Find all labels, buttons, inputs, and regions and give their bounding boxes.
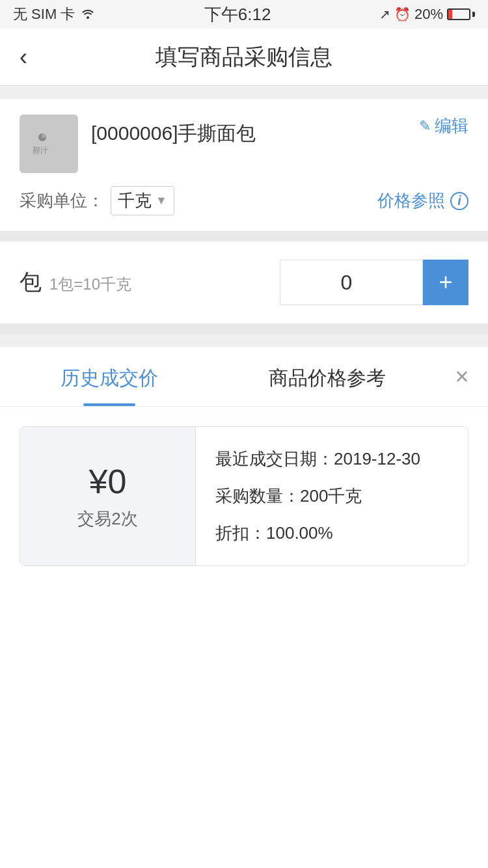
price-reference-panel: 历史成交价 商品价格参考 × ¥0 交易2次 最近成交日期：2019-12-30… (0, 347, 488, 586)
product-image: 鄯汁 (20, 115, 78, 173)
price-card-left: ¥0 交易2次 (20, 427, 196, 565)
quantity-input-group: + (280, 260, 468, 305)
price-tabs: 历史成交价 商品价格参考 × (0, 347, 488, 407)
dropdown-arrow-icon: ▼ (156, 194, 167, 208)
status-bar: 无 SIM 卡 下午6:12 ↗ ⏰ 20% (0, 0, 488, 29)
product-card: 鄯汁 [0000006]手撕面包 ✎ 编辑 采购单位： 千克 ▼ 价格参照 i (0, 99, 488, 231)
price-card: ¥0 交易2次 最近成交日期：2019-12-30 采购数量：200千克 折扣：… (20, 426, 468, 566)
price-amount: ¥0 (89, 462, 127, 501)
status-time: 下午6:12 (204, 3, 271, 26)
product-image-placeholder: 鄯汁 (29, 126, 68, 163)
bottom-area (0, 586, 488, 868)
price-ref-button[interactable]: 价格参照 i (377, 189, 468, 212)
status-right: ↗ ⏰ 20% (379, 6, 475, 23)
product-header: 鄯汁 [0000006]手撕面包 ✎ 编辑 (20, 115, 468, 173)
nav-bar: ‹ 填写商品采购信息 (0, 29, 488, 86)
location-icon: ↗ (379, 7, 390, 22)
discount-label: 折扣： (215, 523, 266, 543)
battery-icon (447, 8, 475, 20)
unit-value: 千克 (118, 189, 152, 212)
price-content: ¥0 交易2次 最近成交日期：2019-12-30 采购数量：200千克 折扣：… (0, 407, 488, 586)
trade-count: 交易2次 (77, 508, 137, 530)
tab-product-price-ref[interactable]: 商品价格参考 (218, 347, 436, 406)
price-discount-row: 折扣：100.00% (215, 521, 448, 546)
unit-label: 采购单位： 千克 ▼ (20, 186, 174, 215)
quantity-conversion: 1包=10千克 (49, 274, 131, 295)
close-panel-button[interactable]: × (436, 350, 488, 403)
tab-history-price[interactable]: 历史成交价 (0, 347, 218, 406)
battery-percent: 20% (414, 6, 443, 23)
quantity-unit-name: 包 (20, 267, 42, 297)
alarm-icon: ⏰ (394, 7, 411, 22)
qty-detail-label: 采购数量： (215, 486, 300, 506)
price-card-right: 最近成交日期：2019-12-30 采购数量：200千克 折扣：100.00% (196, 427, 468, 565)
product-left: 鄯汁 [0000006]手撕面包 (20, 115, 256, 173)
svg-text:鄯汁: 鄯汁 (33, 146, 48, 155)
section-divider (0, 231, 488, 241)
edit-button[interactable]: ✎ 编辑 (419, 115, 468, 137)
quantity-row: 包 1包=10千克 + (0, 241, 488, 323)
product-unit-row: 采购单位： 千克 ▼ 价格参照 i (20, 186, 468, 215)
date-value: 2019-12-30 (334, 449, 420, 468)
price-qty-row: 采购数量：200千克 (215, 483, 448, 509)
quantity-label: 包 1包=10千克 (20, 267, 131, 297)
unit-select[interactable]: 千克 ▼ (111, 186, 174, 215)
unit-label-text: 采购单位： (20, 189, 104, 212)
discount-value: 100.00% (266, 523, 333, 543)
wifi-icon (80, 6, 96, 23)
quantity-input[interactable] (280, 260, 423, 305)
info-icon: i (450, 192, 468, 210)
price-ref-label: 价格参照 (377, 189, 445, 212)
quantity-plus-button[interactable]: + (423, 260, 468, 305)
product-title: [0000006]手撕面包 (91, 115, 256, 149)
edit-label: 编辑 (435, 115, 468, 137)
page-title: 填写商品采购信息 (59, 42, 429, 72)
svg-point-1 (42, 134, 46, 138)
section-divider-2 (0, 323, 488, 334)
date-label: 最近成交日期： (215, 449, 334, 468)
back-button[interactable]: ‹ (20, 44, 59, 71)
qty-detail-value: 200千克 (300, 486, 362, 506)
price-date-row: 最近成交日期：2019-12-30 (215, 446, 448, 472)
status-left: 无 SIM 卡 (13, 5, 96, 24)
sim-text: 无 SIM 卡 (13, 5, 75, 24)
edit-icon: ✎ (419, 118, 431, 135)
